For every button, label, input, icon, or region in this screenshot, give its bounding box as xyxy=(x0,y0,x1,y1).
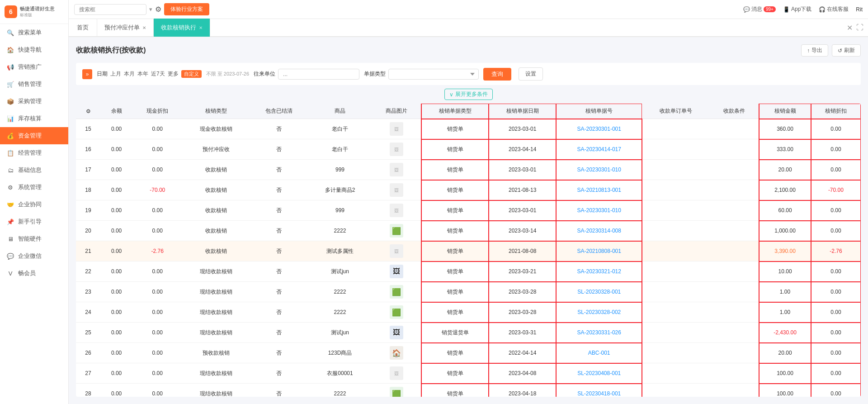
sidebar-item-basics[interactable]: 🗂基础信息 xyxy=(0,162,68,179)
sidebar-item-collab[interactable]: 🤝企业协同 xyxy=(0,196,68,213)
sidebar-item-wechat[interactable]: 💬企业微信 xyxy=(0,247,68,265)
sidebar-icon-collab: 🤝 xyxy=(6,200,14,209)
query-button[interactable]: 查询 xyxy=(483,68,511,81)
sidebar-item-hardware[interactable]: 🖥智能硬件 xyxy=(0,230,68,247)
bill-no-link[interactable]: SL-20230408-001 xyxy=(577,370,621,376)
sidebar-icon-operations: 📋 xyxy=(6,149,14,157)
bill-no-link[interactable]: SA-20230331-026 xyxy=(577,329,621,336)
col-cash-discount-header: 现金折扣 xyxy=(132,104,182,119)
cell-bill-date: 2023-03-01 xyxy=(489,160,556,180)
cell-bill-no[interactable]: SA-20210813-001 xyxy=(556,180,642,200)
bill-no-link[interactable]: SA-20230314-008 xyxy=(577,228,621,234)
bill-no-link[interactable]: SA-20230301-010 xyxy=(577,166,621,173)
topbar-gear-icon[interactable]: ⚙ xyxy=(155,5,161,14)
export-button[interactable]: ↑ 导出 xyxy=(801,44,828,57)
sidebar-item-operations[interactable]: 📋经营管理 xyxy=(0,144,68,162)
bill-no-link[interactable]: SA-20230321-012 xyxy=(577,268,621,275)
bill-no-link[interactable]: SA-20230301-001 xyxy=(577,126,621,132)
tab-prepay-close-icon[interactable]: ✕ xyxy=(142,25,146,30)
bill-no-link[interactable]: SA-20210813-001 xyxy=(577,187,621,193)
sidebar-item-purchase[interactable]: 📦采购管理 xyxy=(0,93,68,110)
cell-writeoff-discount: -2.76 xyxy=(811,241,861,261)
filter-date-this-year[interactable]: 本年 xyxy=(137,70,148,78)
bill-no-link[interactable]: ABC-001 xyxy=(588,350,610,356)
voucher-type-select[interactable] xyxy=(388,69,479,80)
cell-bill-no[interactable]: SA-20230301-010 xyxy=(556,200,642,221)
cell-product-image: 🖼 xyxy=(372,180,421,200)
sidebar-item-quick-nav[interactable]: 🏠快捷导航 xyxy=(0,41,68,58)
sidebar-item-sales[interactable]: 🛒销售管理 xyxy=(0,76,68,93)
bill-no-link[interactable]: SL-20230418-001 xyxy=(577,390,621,397)
sidebar-item-system[interactable]: ⚙系统管理 xyxy=(0,179,68,196)
sidebar-icon-sales: 🛒 xyxy=(6,80,14,88)
tab-close-all-icon[interactable]: ✕ xyxy=(847,24,853,32)
cell-writeoff-amount: 20.00 xyxy=(759,343,811,363)
topbar-dropdown-icon[interactable]: ▾ xyxy=(149,6,152,13)
cell-bill-no[interactable]: SA-20230331-026 xyxy=(556,323,642,343)
cell-bill-no[interactable]: SL-20230328-002 xyxy=(556,302,642,323)
cell-product: 多计量商品2 xyxy=(308,180,372,200)
cell-product-image: 🟩 xyxy=(372,302,421,323)
sidebar-item-member[interactable]: V畅会员 xyxy=(0,265,68,282)
online-service-link[interactable]: 🎧 在线客服 xyxy=(819,5,849,13)
sidebar-item-search[interactable]: 🔍搜索菜单 xyxy=(0,24,68,41)
table-row: 17 0.00 0.00 收款核销 否 999 🖼 销货单 2023-03-01… xyxy=(76,160,861,180)
tab-expand-icon[interactable]: ⛶ xyxy=(856,24,863,32)
table-row: 23 0.00 0.00 现结收款核销 否 2222 🟩 销货单 2023-03… xyxy=(76,282,861,302)
cell-bill-no[interactable]: SL-20230418-001 xyxy=(556,384,642,397)
bill-no-link[interactable]: SA-20230301-010 xyxy=(577,207,621,214)
cell-bill-no[interactable]: SA-20230314-008 xyxy=(556,221,642,241)
bill-no-link[interactable]: SA-20230414-017 xyxy=(577,146,621,152)
counterpart-input[interactable] xyxy=(278,69,359,80)
filter-date-last-month[interactable]: 上月 xyxy=(110,70,121,78)
cell-no: 22 xyxy=(76,261,100,282)
app-download-link[interactable]: 📱 App下载 xyxy=(783,5,811,13)
sidebar-item-finance[interactable]: 💰资金管理 xyxy=(0,127,68,144)
cell-bill-no[interactable]: SL-20230328-001 xyxy=(556,282,642,302)
cell-bill-no[interactable]: SA-20230301-010 xyxy=(556,160,642,180)
search-input[interactable] xyxy=(74,4,146,15)
expand-more-button[interactable]: ∨ 展开更多条件 xyxy=(444,89,493,100)
cell-balance: 0.00 xyxy=(100,261,132,282)
cell-bill-no[interactable]: SA-20210808-001 xyxy=(556,241,642,261)
tab-collection-close-icon[interactable]: ✕ xyxy=(199,25,203,30)
cell-cash-discount: 0.00 xyxy=(132,221,182,241)
refresh-icon: ↺ xyxy=(838,48,842,54)
filter-toggle-button[interactable]: » xyxy=(82,69,92,79)
filter-date-more[interactable]: 更多 xyxy=(168,70,179,78)
user-name[interactable]: Rit xyxy=(856,6,863,13)
cell-including-settled: 否 xyxy=(250,363,308,384)
sidebar-icon-hardware: 🖥 xyxy=(6,235,14,243)
cell-bill-no[interactable]: ABC-001 xyxy=(556,343,642,363)
product-image: 🖼 xyxy=(390,326,403,339)
bill-no-link[interactable]: SL-20230328-001 xyxy=(577,289,621,295)
cell-writeoff-discount: 0.00 xyxy=(811,221,861,241)
cell-bill-type: 销货单 xyxy=(421,343,489,363)
cell-bill-no[interactable]: SA-20230321-012 xyxy=(556,261,642,282)
tab-home[interactable]: 首页 xyxy=(69,19,97,37)
cell-product: 2222 xyxy=(308,221,372,241)
filter-date-7days[interactable]: 近7天 xyxy=(151,70,165,78)
sidebar-item-inventory[interactable]: 📊库存核算 xyxy=(0,110,68,127)
cell-bill-no[interactable]: SL-20230408-001 xyxy=(556,363,642,384)
sidebar-item-marketing[interactable]: 📢营销推广 xyxy=(0,58,68,76)
sidebar-item-guide[interactable]: 📌新手引导 xyxy=(0,213,68,230)
bill-no-link[interactable]: SL-20230328-002 xyxy=(577,309,621,315)
filter-date-this-month[interactable]: 本月 xyxy=(124,70,135,78)
cell-bill-no[interactable]: SA-20230301-001 xyxy=(556,119,642,139)
col-settings-header[interactable]: ⚙ xyxy=(76,104,100,119)
filter-date-custom[interactable]: 自定义 xyxy=(181,70,202,78)
filter-settings-button[interactable]: 设置 xyxy=(519,67,543,81)
message-area[interactable]: 💬 消息 99+ xyxy=(743,5,776,13)
cell-including-settled: 否 xyxy=(250,384,308,397)
content-area: 收款核销执行(按收款) ↑ 导出 ↺ 刷新 » 日期 上月 xyxy=(69,37,868,404)
industry-solution-button[interactable]: 体验行业方案 xyxy=(164,3,209,15)
cell-writeoff-amount: 100.00 xyxy=(759,384,811,397)
cell-receipt-order xyxy=(642,221,709,241)
tab-collection[interactable]: 收款核销执行 ✕ xyxy=(154,19,210,37)
bill-no-link[interactable]: SA-20210808-001 xyxy=(577,248,621,254)
cell-no: 21 xyxy=(76,241,100,261)
refresh-button[interactable]: ↺ 刷新 xyxy=(832,44,861,57)
tab-prepay[interactable]: 预付冲应付单 ✕ xyxy=(97,19,154,37)
cell-bill-no[interactable]: SA-20230414-017 xyxy=(556,139,642,160)
